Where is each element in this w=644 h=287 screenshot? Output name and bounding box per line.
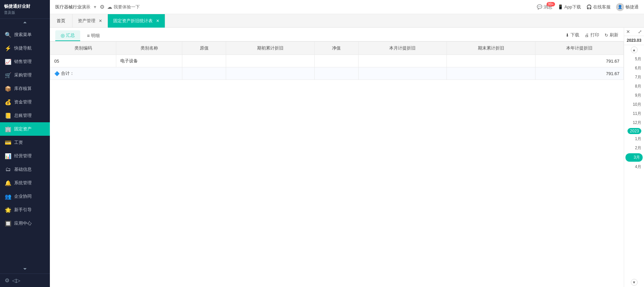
date-nav-down[interactable]: ▼ <box>624 278 644 287</box>
experience-btn[interactable]: ☁ 我要体验一下 <box>107 4 140 10</box>
tab-home[interactable]: 首页 <box>50 14 72 28</box>
purchase-icon: 🛒 <box>5 72 11 78</box>
print-icon: 🖨 <box>585 33 589 38</box>
sidebar-item-collab[interactable]: 👥 企业协同 <box>0 190 50 203</box>
date-month-2023-3[interactable]: 3月 <box>625 153 643 162</box>
col-name: 类别名称 <box>116 42 182 55</box>
sidebar-item-fixed-asset[interactable]: 🏢 固定资产 <box>0 122 50 136</box>
username: 畅捷通 <box>625 4 639 10</box>
sidebar-item-label: 应用中心 <box>14 220 32 226</box>
col-ending-accum: 期末累计折旧 <box>447 42 535 55</box>
company-chevron-icon[interactable]: ▼ <box>93 5 97 9</box>
sidebar-bottom: ⚙ ◁▷ <box>0 274 50 287</box>
tab-asset-mgmt-label: 资产管理 <box>78 18 95 24</box>
app-download-btn[interactable]: 📱 App下载 <box>558 4 581 10</box>
collapse-icon[interactable]: ◁▷ <box>12 277 20 284</box>
basic-icon: 🗂 <box>5 166 11 173</box>
date-month-2023-4[interactable]: 4月 <box>624 162 644 171</box>
sidebar-item-inventory[interactable]: 📦 库存核算 <box>0 82 50 95</box>
sidebar-item-ledger[interactable]: 📒 总账管理 <box>0 109 50 122</box>
date-month-8[interactable]: 8月 <box>624 82 644 91</box>
download-btn[interactable]: ⬇ 下载 <box>565 32 579 38</box>
sidebar-item-label: 经营管理 <box>14 153 32 159</box>
date-nav-up[interactable]: ▲ <box>624 45 644 55</box>
sidebar-item-payroll[interactable]: 💳 工资 <box>0 136 50 149</box>
date-month-2023-2[interactable]: 2月 <box>624 144 644 153</box>
sidebar-item-basic[interactable]: 🗂 基础信息 <box>0 163 50 176</box>
total-annual: 791.67 <box>535 67 623 80</box>
cell-monthly <box>358 55 447 67</box>
topbar-settings-icon[interactable]: ⚙ <box>100 4 104 10</box>
date-panel-expand-btn[interactable]: ⤢ <box>638 29 642 34</box>
year-badge[interactable]: 2023 <box>627 128 641 134</box>
date-scroll: 5月 6月 7月 8月 9月 10月 11月 12月 2023 1月 2月 3月… <box>624 55 644 278</box>
date-month-10[interactable]: 10月 <box>624 100 644 109</box>
cell-code: 05 <box>50 55 116 67</box>
content-main: ◎ 汇总 ≡ 明细 ⬇ 下载 🖨 打印 <box>50 28 624 287</box>
tab-depreciation[interactable]: 固定资产折旧统计表 ✕ <box>108 14 165 28</box>
main-area: 医疗器械行业演示 ▼ ⚙ ☁ 我要体验一下 💬 消息 99+ 📱 App下载 🎧… <box>50 0 644 287</box>
date-panel-close-btn[interactable]: ✕ <box>626 29 630 34</box>
date-month-6[interactable]: 6月 <box>624 64 644 73</box>
down-circle-btn[interactable]: ▼ <box>631 279 638 286</box>
sidebar-item-label: 系统管理 <box>14 180 32 186</box>
date-month-9[interactable]: 9月 <box>624 91 644 100</box>
sidebar: 畅捷通好业财 普及版 🔍 搜索菜单 ⚡ 快捷导航 📈 销售管理 🛒 采购管理 📦… <box>0 0 50 287</box>
ledger-icon: 📒 <box>5 112 11 119</box>
total-ending-accum <box>447 67 535 80</box>
date-month-2023-1[interactable]: 1月 <box>624 134 644 144</box>
sidebar-item-system[interactable]: 🔔 系统管理 <box>0 176 50 190</box>
service-icon: 🎧 <box>586 4 592 9</box>
tab-depreciation-close[interactable]: ✕ <box>156 19 159 23</box>
sidebar-item-purchase[interactable]: 🛒 采购管理 <box>0 68 50 82</box>
date-month-7[interactable]: 7月 <box>624 73 644 82</box>
refresh-btn[interactable]: ↻ 刷新 <box>605 32 618 38</box>
sidebar-item-sales[interactable]: 📈 销售管理 <box>0 55 50 68</box>
topbar: 医疗器械行业演示 ▼ ⚙ ☁ 我要体验一下 💬 消息 99+ 📱 App下载 🎧… <box>50 0 644 14</box>
payroll-icon: 💳 <box>5 139 11 146</box>
total-original <box>182 67 226 80</box>
settings-icon[interactable]: ⚙ <box>5 277 9 284</box>
company-name: 医疗器械行业演示 <box>55 4 90 10</box>
app-download-label: App下载 <box>564 4 581 10</box>
up-circle-btn[interactable]: ▲ <box>631 46 638 53</box>
quick-nav-icon: ⚡ <box>5 45 11 52</box>
print-btn[interactable]: 🖨 打印 <box>585 32 599 38</box>
date-month-11[interactable]: 11月 <box>624 109 644 118</box>
sidebar-item-label: 销售管理 <box>14 59 32 65</box>
cell-annual: 791.67 <box>535 55 623 67</box>
sidebar-item-guide[interactable]: 🌟 新手引导 <box>0 203 50 217</box>
user-area[interactable]: 👤 畅捷通 <box>616 3 639 11</box>
cloud-icon: ☁ <box>107 4 112 10</box>
tab-asset-mgmt-close[interactable]: ✕ <box>99 19 102 23</box>
sidebar-item-apps[interactable]: 🔲 应用中心 <box>0 217 50 230</box>
sidebar-item-search[interactable]: 🔍 搜索菜单 <box>0 28 50 41</box>
app-version: 普及版 <box>4 10 46 15</box>
download-icon: ⬇ <box>565 33 569 38</box>
date-month-5[interactable]: 5月 <box>624 55 644 64</box>
message-btn[interactable]: 💬 消息 99+ <box>537 4 552 10</box>
sidebar-scroll-up[interactable] <box>0 19 50 28</box>
tab-home-label: 首页 <box>57 18 65 24</box>
inner-tab-summary[interactable]: ◎ 汇总 <box>55 30 80 41</box>
total-initial-accum <box>226 67 314 80</box>
col-annual: 本年计提折旧 <box>535 42 623 55</box>
sidebar-scroll-down[interactable] <box>0 264 50 274</box>
online-service-btn[interactable]: 🎧 在线客服 <box>586 4 611 10</box>
date-month-12[interactable]: 12月 <box>624 118 644 127</box>
sidebar-item-ops[interactable]: 📊 经营管理 <box>0 149 50 163</box>
tab-asset-mgmt[interactable]: 资产管理 ✕ <box>72 14 108 28</box>
inner-tabs: ◎ 汇总 ≡ 明细 ⬇ 下载 🖨 打印 <box>50 28 624 41</box>
cell-initial-accum <box>226 55 314 67</box>
inner-tab-detail[interactable]: ≡ 明细 <box>82 31 105 41</box>
sidebar-item-label: 库存核算 <box>14 86 32 92</box>
sidebar-item-quick-nav[interactable]: ⚡ 快捷导航 <box>0 41 50 55</box>
table-total-row: 🔷 合计： 791.67 <box>50 67 624 80</box>
table-row: 05 电子设备 791.67 <box>50 55 624 67</box>
sidebar-item-label: 新手引导 <box>14 207 32 213</box>
collab-icon: 👥 <box>5 193 11 200</box>
cell-original <box>182 55 226 67</box>
col-original: 原值 <box>182 42 226 55</box>
sidebar-item-label: 快捷导航 <box>14 45 32 51</box>
sidebar-item-finance[interactable]: 💰 资金管理 <box>0 95 50 109</box>
